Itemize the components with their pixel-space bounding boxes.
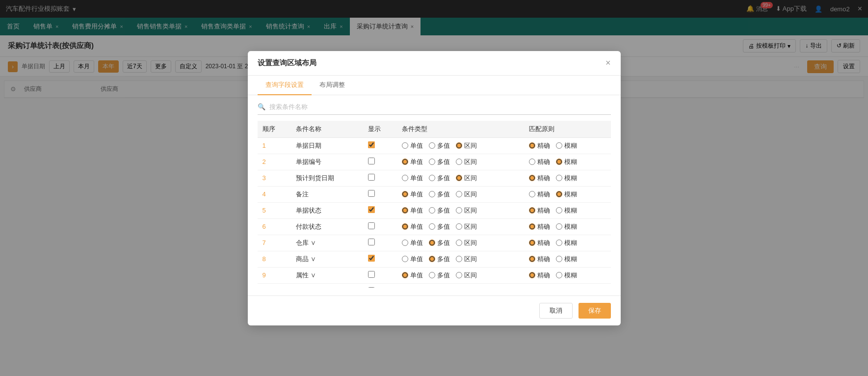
modal-tab-layout[interactable]: 布局调整 [312, 76, 353, 95]
type-option-多值-9[interactable]: 多值 [429, 287, 450, 288]
row-match-9: 精确模糊 [524, 283, 611, 288]
type-option-区间-7[interactable]: 区间 [456, 255, 477, 264]
type-option-多值-7[interactable]: 多值 [429, 255, 450, 264]
type-option-多值-3[interactable]: 多值 [429, 190, 450, 199]
table-row: 5单据状态单值多值区间精确模糊 [258, 202, 611, 218]
show-checkbox-2[interactable] [368, 174, 375, 181]
row-name-2: 预计到货日期 [291, 170, 363, 186]
table-row: 6付款状态单值多值区间精确模糊 [258, 218, 611, 235]
row-show-5 [363, 218, 397, 235]
row-name-8: 属性 ∨ [291, 267, 363, 283]
type-option-多值-8[interactable]: 多值 [429, 271, 450, 280]
row-type-5: 单值多值区间 [397, 218, 524, 235]
row-index-10: 10 [258, 283, 291, 288]
type-option-单值-3[interactable]: 单值 [402, 190, 423, 199]
show-checkbox-5[interactable] [368, 222, 375, 229]
table-row: 9属性 ∨单值多值区间精确模糊 [258, 267, 611, 283]
show-checkbox-0[interactable] [368, 141, 375, 148]
type-option-区间-9[interactable]: 区间 [456, 287, 477, 288]
row-index-7: 7 [258, 235, 291, 251]
type-option-区间-5[interactable]: 区间 [456, 222, 477, 231]
match-option-精确-4[interactable]: 精确 [529, 206, 550, 215]
settings-table-header-row: 顺序 条件名称 显示 条件类型 匹配原则 [258, 121, 611, 138]
row-match-0: 精确模糊 [524, 137, 611, 154]
row-show-6 [363, 235, 397, 251]
match-option-精确-9[interactable]: 精确 [529, 287, 550, 288]
modal-search-area: 🔍 [258, 103, 611, 115]
type-option-区间-2[interactable]: 区间 [456, 174, 477, 183]
match-option-模糊-1[interactable]: 模糊 [556, 158, 577, 166]
match-option-精确-5[interactable]: 精确 [529, 222, 550, 231]
modal-body: 🔍 顺序 条件名称 显示 条件类型 匹配原则 [248, 95, 621, 295]
type-option-多值-6[interactable]: 多值 [429, 239, 450, 247]
search-input[interactable] [269, 103, 368, 110]
settings-table-scroll: 顺序 条件名称 显示 条件类型 匹配原则 1单据日期单值多值区间精确模糊2单据编… [258, 121, 611, 288]
match-option-模糊-0[interactable]: 模糊 [556, 141, 577, 150]
match-option-模糊-8[interactable]: 模糊 [556, 271, 577, 280]
modal-overlay: 设置查询区域布局 × 查询字段设置 布局调整 🔍 [0, 0, 868, 376]
show-checkbox-6[interactable] [368, 239, 375, 245]
type-option-单值-2[interactable]: 单值 [402, 174, 423, 183]
type-option-单值-7[interactable]: 单值 [402, 255, 423, 264]
match-option-精确-7[interactable]: 精确 [529, 255, 550, 264]
show-checkbox-1[interactable] [368, 158, 375, 164]
type-option-单值-1[interactable]: 单值 [402, 158, 423, 166]
type-option-区间-6[interactable]: 区间 [456, 239, 477, 247]
type-option-多值-0[interactable]: 多值 [429, 141, 450, 150]
type-option-单值-8[interactable]: 单值 [402, 271, 423, 280]
type-option-单值-5[interactable]: 单值 [402, 222, 423, 231]
match-option-模糊-7[interactable]: 模糊 [556, 255, 577, 264]
modal-title: 设置查询区域布局 [258, 58, 316, 68]
type-option-多值-1[interactable]: 多值 [429, 158, 450, 166]
show-checkbox-7[interactable] [368, 255, 375, 262]
show-checkbox-3[interactable] [368, 190, 375, 197]
table-row: 10有无商品图片单值多值区间精确模糊 [258, 283, 611, 288]
type-option-区间-1[interactable]: 区间 [456, 158, 477, 166]
type-option-单值-4[interactable]: 单值 [402, 206, 423, 215]
match-option-模糊-6[interactable]: 模糊 [556, 239, 577, 247]
row-show-2 [363, 170, 397, 186]
type-option-多值-4[interactable]: 多值 [429, 206, 450, 215]
match-option-模糊-9[interactable]: 模糊 [556, 287, 577, 288]
match-option-精确-8[interactable]: 精确 [529, 271, 550, 280]
row-match-5: 精确模糊 [524, 218, 611, 235]
row-name-1: 单据编号 [291, 154, 363, 170]
row-name-5: 付款状态 [291, 218, 363, 235]
type-option-区间-0[interactable]: 区间 [456, 141, 477, 150]
match-option-精确-1[interactable]: 精确 [529, 158, 550, 166]
match-option-模糊-3[interactable]: 模糊 [556, 190, 577, 199]
type-option-区间-3[interactable]: 区间 [456, 190, 477, 199]
row-match-3: 精确模糊 [524, 186, 611, 202]
match-option-精确-2[interactable]: 精确 [529, 174, 550, 183]
row-index-9: 9 [258, 267, 291, 283]
row-index-2: 2 [258, 154, 291, 170]
match-option-精确-0[interactable]: 精确 [529, 141, 550, 150]
match-option-精确-3[interactable]: 精确 [529, 190, 550, 199]
table-row: 4备注单值多值区间精确模糊 [258, 186, 611, 202]
match-option-模糊-2[interactable]: 模糊 [556, 174, 577, 183]
table-row: 8商品 ∨单值多值区间精确模糊 [258, 251, 611, 267]
show-checkbox-9[interactable] [368, 287, 375, 288]
modal-close-button[interactable]: × [605, 58, 611, 68]
type-option-区间-8[interactable]: 区间 [456, 271, 477, 280]
type-option-单值-6[interactable]: 单值 [402, 239, 423, 247]
type-option-单值-9[interactable]: 单值 [402, 287, 423, 288]
modal-header: 设置查询区域布局 × [248, 51, 621, 76]
save-button[interactable]: 保存 [579, 303, 611, 319]
type-option-单值-0[interactable]: 单值 [402, 141, 423, 150]
cancel-button[interactable]: 取消 [539, 303, 573, 319]
row-name-4: 单据状态 [291, 202, 363, 218]
type-option-多值-2[interactable]: 多值 [429, 174, 450, 183]
table-row: 1单据日期单值多值区间精确模糊 [258, 137, 611, 154]
modal-tab-query-fields[interactable]: 查询字段设置 [258, 76, 312, 95]
match-option-精确-6[interactable]: 精确 [529, 239, 550, 247]
match-option-模糊-4[interactable]: 模糊 [556, 206, 577, 215]
show-checkbox-4[interactable] [368, 206, 375, 213]
show-checkbox-8[interactable] [368, 271, 375, 278]
match-option-模糊-5[interactable]: 模糊 [556, 222, 577, 231]
col-header-name: 条件名称 [291, 121, 363, 138]
type-option-多值-5[interactable]: 多值 [429, 222, 450, 231]
row-name-3: 备注 [291, 186, 363, 202]
type-option-区间-4[interactable]: 区间 [456, 206, 477, 215]
modal-tabs: 查询字段设置 布局调整 [248, 76, 621, 95]
